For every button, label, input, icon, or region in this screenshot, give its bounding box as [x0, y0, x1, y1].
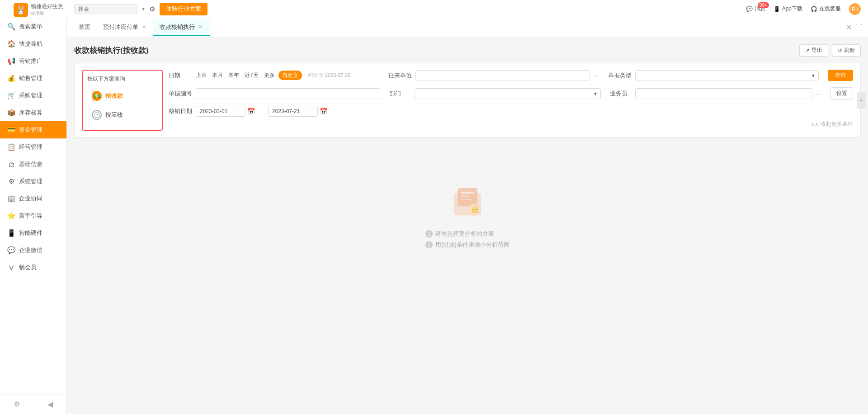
dropdown-chevron-icon[interactable]: ▾ [142, 6, 145, 12]
doctype-chevron-icon: ▾ [812, 72, 815, 79]
sidebar-item-wechat[interactable]: 💬 企业微信 [0, 242, 66, 259]
doctype-select[interactable]: ▾ [635, 70, 819, 81]
sidebar-item-label: 营销推广 [19, 57, 42, 65]
tab-prepay-offset[interactable]: 预付冲应付单 ✕ [97, 19, 153, 36]
sidebar-item-operations[interactable]: 📋 经营管理 [0, 138, 66, 156]
sidebar-item-search-menu[interactable]: 🔍 搜索菜单 [0, 18, 66, 35]
filter-left-panel: 按以下方案查询 💵 按收款 🕐 按应收 [82, 70, 163, 131]
sidebar-item-collab[interactable]: 🏢 企业协同 [0, 190, 66, 207]
settings-action-group: 设置 [830, 87, 853, 100]
salesperson-input[interactable] [635, 88, 812, 99]
svg-rect-3 [461, 195, 470, 197]
user-avatar[interactable]: Rit [849, 3, 861, 15]
date-link-7days[interactable]: 近7天 [243, 71, 260, 80]
filter-option-by-receivable[interactable]: 🕐 按应收 [87, 106, 158, 124]
sidebar-item-member[interactable]: V 畅会员 [0, 259, 66, 276]
smart-hw-icon: 📱 [7, 229, 15, 237]
dept-select[interactable]: ▾ [415, 88, 601, 99]
counterparty-input[interactable] [415, 70, 590, 81]
sidebar-item-smart-hw[interactable]: 📱 智能硬件 [0, 224, 66, 242]
counterparty-dots-icon[interactable]: ··· [594, 72, 599, 79]
sidebar-item-marketing[interactable]: 📢 营销推广 [0, 52, 66, 70]
search-icon: 🔍 [7, 23, 15, 31]
svg-rect-1 [458, 188, 477, 206]
member-icon: V [7, 264, 15, 271]
filter-group-counterparty: 往来单位 ··· [388, 70, 599, 81]
query-button[interactable]: 查询 [828, 70, 853, 81]
basic-info-icon: 🗂 [7, 161, 15, 168]
sidebar-item-sales[interactable]: 💰 销售管理 [0, 70, 66, 87]
tab-home-label: 首页 [79, 23, 90, 31]
sidebar-item-system[interactable]: ⚙ 系统管理 [0, 173, 66, 190]
tab-fullscreen-icon[interactable]: ⛶ [855, 24, 863, 32]
empty-tips: 1 请先选择要分析的方案 2 用[过滤]条件来缩小分析范围 [425, 230, 509, 249]
sidebar-item-inventory[interactable]: 📦 库存核算 [0, 104, 66, 121]
operations-icon: 📋 [7, 143, 15, 151]
industry-solution-button[interactable]: 体验行业方案 [160, 3, 208, 15]
message-btn[interactable]: 💬 消息 99+ [746, 5, 765, 13]
date-link-custom[interactable]: 自定义 [278, 71, 302, 80]
refresh-icon: ↺ [838, 48, 842, 54]
search-input[interactable] [74, 4, 137, 14]
sidebar-item-basic-info[interactable]: 🗂 基础信息 [0, 156, 66, 173]
sidebar-item-label: 库存核算 [19, 109, 42, 117]
sidebar-item-quick-nav[interactable]: 🏠 快捷导航 [0, 35, 66, 52]
page-header-actions: ↗ 导出 ↺ 刷新 [799, 44, 861, 57]
tab-close-all-icon[interactable]: ✕ [846, 23, 852, 32]
date-link-this-month[interactable]: 本月 [210, 71, 225, 80]
salesperson-dots-icon[interactable]: ··· [816, 90, 821, 97]
tab-home[interactable]: 首页 [72, 19, 97, 36]
settings-gear-icon[interactable]: ⚙ [149, 5, 155, 13]
settings-button[interactable]: 设置 [830, 87, 853, 100]
sidebar-item-guide[interactable]: ⭐ 新手引导 [0, 207, 66, 224]
date-label: 日期 [169, 71, 190, 80]
offset-date-start-input[interactable] [196, 106, 245, 117]
calendar-end-icon[interactable]: 📅 [320, 108, 327, 115]
app-download-btn[interactable]: 📱 App下载 [774, 5, 802, 13]
export-button[interactable]: ↗ 导出 [799, 44, 828, 57]
calendar-start-icon[interactable]: 📅 [247, 108, 255, 115]
date-link-more[interactable]: 更多 [262, 71, 277, 80]
offset-date-start-field: 📅 [196, 106, 255, 117]
brand-name: 畅捷通好生意 [31, 3, 63, 10]
offset-date-label: 核销日期 [169, 107, 192, 115]
sidebar-item-purchase[interactable]: 🛒 采购管理 [0, 87, 66, 104]
tab-receipt-offset[interactable]: 收款核销执行 ✕ [153, 19, 210, 36]
online-service-btn[interactable]: 🎧 在线客服 [811, 5, 841, 13]
svg-text:😐: 😐 [471, 206, 479, 214]
sidebar-item-label: 企业微信 [19, 246, 42, 254]
tip-text-1: 请先选择要分析的方案 [435, 230, 494, 238]
offset-date-end-input[interactable] [268, 106, 318, 117]
salesperson-label: 业务员 [610, 90, 632, 98]
empty-tip-1: 1 请先选择要分析的方案 [425, 230, 509, 238]
inventory-icon: 📦 [7, 109, 15, 117]
date-link-last-month[interactable]: 上月 [194, 71, 208, 80]
sidebar-item-finance[interactable]: 💳 资金管理 [0, 121, 66, 138]
page-content: 收款核销执行(按收款) ↗ 导出 ↺ 刷新 按以下 [67, 37, 868, 414]
receivable-option-label: 按应收 [105, 111, 123, 119]
date-link-this-year[interactable]: 本年 [226, 71, 241, 80]
sidebar-item-label: 采购管理 [19, 91, 42, 100]
collapse-more-button[interactable]: ∧∧ 收起更多条件 [169, 117, 853, 128]
sidebar-settings-icon[interactable]: ⚙ [10, 398, 24, 410]
tab-bar-actions: ✕ ⛶ [846, 23, 863, 32]
filter-right: 日期 上月 本月 本年 近7天 更多 自定义 不 [169, 70, 853, 131]
filter-left-title: 按以下方案查询 [87, 75, 158, 83]
filter-collapse-button[interactable]: « [857, 92, 866, 109]
sidebar-collapse-icon[interactable]: ◀ [44, 398, 57, 410]
doctype-label: 单据类型 [608, 71, 632, 80]
top-bar-right: 💬 消息 99+ 📱 App下载 🎧 在线客服 Rit [746, 3, 861, 15]
filter-group-salesperson: 业务员 ··· [610, 88, 821, 99]
tip-num-2: 2 [425, 241, 433, 248]
tip-num-1: 1 [425, 230, 433, 238]
message-icon: 💬 [746, 6, 753, 12]
tab-receipt-close-icon[interactable]: ✕ [198, 24, 203, 30]
filter-option-by-receipt[interactable]: 💵 按收款 [87, 87, 158, 105]
refresh-button[interactable]: ↺ 刷新 [832, 44, 861, 57]
date-links: 上月 本月 本年 近7天 更多 自定义 [194, 71, 302, 80]
docno-input[interactable] [196, 88, 380, 99]
sidebar-item-label: 经营管理 [19, 143, 42, 151]
tab-prepay-close-icon[interactable]: ✕ [141, 24, 147, 30]
brand-logo: 🐰 畅捷通好生意 标准版 [7, 0, 70, 21]
filter-row-3: 核销日期 📅 — 📅 [169, 106, 853, 117]
